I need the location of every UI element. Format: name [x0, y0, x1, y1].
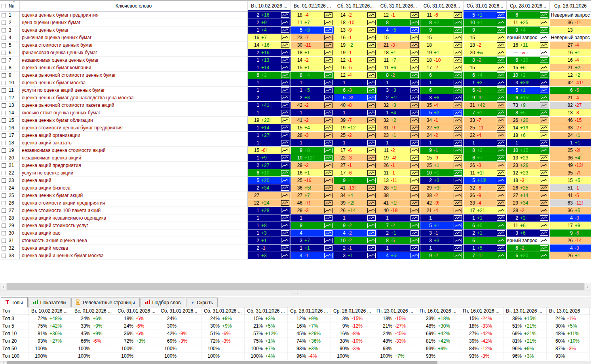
position-cell[interactable]: 15+5 [550, 177, 591, 184]
chart-icon[interactable] [410, 80, 419, 85]
chart-icon[interactable] [454, 238, 462, 243]
position-cell[interactable]: 6-5 [550, 87, 591, 94]
chart-icon[interactable] [540, 170, 548, 176]
position-cell[interactable]: 1+9 [248, 154, 291, 162]
row-checkbox[interactable] [2, 186, 6, 190]
position-cell[interactable]: 1 [291, 139, 334, 147]
chart-icon[interactable] [540, 57, 548, 63]
position-cell[interactable]: 1+41 [248, 102, 291, 109]
tops-corner-header[interactable]: Топ [0, 307, 29, 315]
chart-icon[interactable] [324, 215, 333, 221]
position-cell[interactable]: 1+1 [291, 245, 334, 252]
position-cell[interactable]: 1+13 [248, 57, 291, 64]
chart-icon[interactable] [367, 200, 376, 206]
position-cell[interactable]: 46-7! [291, 199, 334, 207]
position-cell[interactable]: 9 [291, 222, 334, 229]
position-cell[interactable]: 18+6 [507, 132, 550, 139]
position-cell[interactable]: 36-9 [464, 192, 507, 199]
position-cell[interactable]: 2-1 [334, 245, 377, 252]
position-cell[interactable]: 6+15! [507, 94, 550, 102]
chart-icon[interactable] [454, 163, 462, 168]
position-cell[interactable]: 1 [464, 139, 507, 147]
position-cell[interactable]: 15 [377, 34, 420, 42]
chart-icon[interactable] [454, 245, 462, 251]
position-cell[interactable]: 1 [334, 214, 377, 222]
date-column-header[interactable]: Сб, 31.01.2026... [334, 1, 377, 11]
chart-icon[interactable] [367, 65, 376, 70]
chart-icon[interactable] [410, 170, 419, 176]
position-cell[interactable]: 26-3 [464, 162, 507, 169]
chart-icon[interactable] [497, 102, 505, 108]
chart-icon[interactable] [281, 170, 289, 176]
keyword-cell[interactable]: оценка стоимости ценных бумаг предприяти… [20, 124, 248, 132]
position-cell[interactable]: Неверный запрос [507, 34, 550, 42]
position-cell[interactable]: 3+6 [507, 229, 550, 237]
position-cell[interactable]: 2+1! [377, 94, 420, 102]
scrollbar-thumb[interactable] [7, 283, 584, 290]
position-cell[interactable]: 1+3 [248, 252, 291, 260]
chart-icon[interactable] [324, 95, 333, 100]
position-cell[interactable]: 17-2 [420, 64, 464, 72]
main-horizontal-scrollbar[interactable]: ‹ › [0, 283, 591, 290]
position-cell[interactable]: 12+2 [550, 72, 591, 79]
chart-icon[interactable] [497, 245, 505, 251]
chart-icon[interactable] [540, 155, 548, 161]
row-checkbox[interactable] [2, 111, 6, 115]
position-cell[interactable]: 23+1 [377, 132, 420, 139]
chart-icon[interactable] [410, 238, 419, 243]
position-cell[interactable]: 21-4 [550, 94, 591, 102]
position-cell[interactable]: 11-6 [420, 11, 464, 19]
position-cell[interactable]: 6 [507, 11, 550, 19]
position-cell[interactable]: 2-1 [248, 245, 291, 252]
position-cell[interactable]: 9-2 [334, 222, 377, 229]
chart-icon[interactable] [410, 133, 419, 138]
position-cell[interactable]: 1+4 [248, 27, 291, 34]
position-cell[interactable]: 2+16 [248, 11, 291, 19]
chart-icon[interactable] [540, 42, 548, 48]
row-checkbox[interactable] [2, 66, 6, 70]
chart-icon[interactable] [281, 223, 289, 228]
keyword-cell[interactable]: оценка ценных бумаг для наследства цена … [20, 94, 248, 102]
chart-icon[interactable] [281, 155, 289, 161]
row-checkbox[interactable] [2, 103, 6, 108]
chart-icon[interactable] [454, 42, 462, 48]
keyword-cell[interactable]: оценка акций москва [20, 245, 248, 252]
position-cell[interactable]: 6-2 [507, 245, 550, 252]
position-cell[interactable]: 2+34 [248, 184, 291, 192]
chart-icon[interactable] [410, 230, 419, 236]
position-cell[interactable]: 2 [248, 94, 291, 102]
position-cell[interactable]: 16-4 [550, 57, 591, 64]
position-cell[interactable]: 28+1! [377, 184, 420, 192]
position-cell[interactable]: 9-2 [420, 252, 464, 260]
chart-icon[interactable] [540, 50, 548, 55]
chart-icon[interactable] [281, 178, 289, 183]
position-cell[interactable]: 10+1 [464, 19, 507, 27]
chart-icon[interactable] [367, 193, 376, 198]
position-cell[interactable]: 22-4 [464, 132, 507, 139]
chart-icon[interactable] [324, 208, 333, 213]
position-cell[interactable]: Неверный запрос [507, 237, 550, 245]
chart-icon[interactable] [540, 238, 548, 243]
position-cell[interactable]: 5+1 [507, 87, 550, 94]
chart-icon[interactable] [540, 125, 548, 131]
chart-icon[interactable] [497, 57, 505, 63]
row-checkbox[interactable] [2, 193, 6, 198]
chart-icon[interactable] [540, 118, 548, 123]
position-cell[interactable]: 42-2 [291, 102, 334, 109]
position-cell[interactable]: 36+5 [550, 207, 591, 214]
position-cell[interactable]: 33-4 [464, 199, 507, 207]
position-cell[interactable]: 2+1 [248, 237, 291, 245]
chart-icon[interactable] [324, 140, 333, 146]
date-column-header[interactable]: Вт, 10.02.2026 ... [248, 1, 291, 11]
chart-icon[interactable] [497, 253, 505, 258]
chart-icon[interactable] [410, 27, 419, 33]
chart-icon[interactable] [410, 95, 419, 100]
row-checkbox[interactable] [2, 216, 6, 220]
position-cell[interactable]: 11+7 [377, 57, 420, 64]
keyword-cell[interactable]: финансовая оценка ценных бумаг [20, 49, 248, 57]
keyword-cell[interactable]: оценка акций предприятия [20, 162, 248, 169]
chart-icon[interactable] [281, 50, 289, 55]
chart-icon[interactable] [497, 72, 505, 78]
position-cell[interactable]: 6+4 [464, 72, 507, 79]
position-cell[interactable]: 18 [420, 42, 464, 49]
